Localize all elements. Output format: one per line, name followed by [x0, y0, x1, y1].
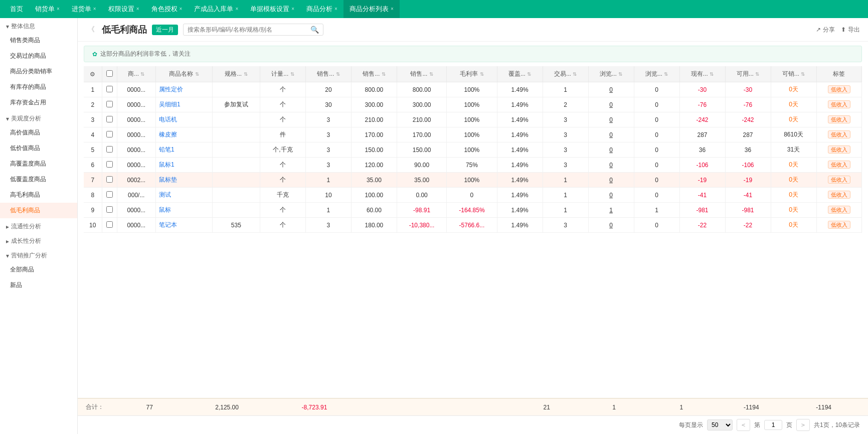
th-coverage[interactable]: 覆盖... ⇅ — [497, 66, 543, 82]
sidebar-item-traded-goods[interactable]: 交易过的商品 — [0, 48, 77, 64]
sidebar-group-circulation[interactable]: ▸ 流通性分析 — [0, 218, 77, 233]
th-settings[interactable]: ⚙ — [84, 66, 102, 82]
th-tag[interactable]: 标签 — [816, 66, 862, 82]
cell-browse1[interactable]: 0 — [588, 142, 634, 158]
th-code[interactable]: 商... ⇅ — [117, 66, 156, 82]
nav-template-settings[interactable]: 单据模板设置 × — [244, 0, 300, 18]
th-sellable[interactable]: 可销... ⇅ — [771, 66, 816, 82]
cell-name[interactable]: 吴细细1 — [156, 97, 213, 112]
search-icon[interactable]: 🔍 — [310, 26, 319, 34]
sidebar-item-new-goods[interactable]: 新品 — [0, 277, 77, 293]
cell-name[interactable]: 鼠标垫 — [156, 173, 213, 188]
cell-browse1[interactable]: 1 — [588, 203, 634, 218]
row-checkbox[interactable] — [106, 206, 113, 213]
close-icon[interactable]: × — [235, 0, 238, 18]
per-page-select[interactable]: 50 20 100 — [707, 419, 733, 430]
row-checkbox[interactable] — [106, 86, 113, 92]
cell-name[interactable]: 测试 — [156, 188, 213, 203]
cell-checkbox[interactable] — [102, 97, 117, 112]
cell-name[interactable]: 鼠标1 — [156, 158, 213, 173]
sidebar-item-stock-funds[interactable]: 库存资金占用 — [0, 95, 77, 110]
sidebar-group-overall[interactable]: ▾ 整体信息 — [0, 18, 77, 33]
close-icon[interactable]: × — [180, 0, 183, 18]
nav-goods-analysis-list[interactable]: 商品分析列表 × — [343, 0, 400, 18]
th-unit[interactable]: 计量... ⇅ — [260, 66, 305, 82]
row-checkbox[interactable] — [106, 176, 113, 183]
cell-checkbox[interactable] — [102, 142, 117, 158]
th-transactions[interactable]: 交易... ⇅ — [543, 66, 588, 82]
cell-checkbox[interactable] — [102, 218, 117, 233]
nav-sales[interactable]: 销货单 × — [29, 0, 66, 18]
nav-roles[interactable]: 角色授权 × — [145, 0, 189, 18]
cell-name[interactable]: 电话机 — [156, 112, 213, 127]
cell-browse1[interactable]: 0 — [588, 188, 634, 203]
cell-checkbox[interactable] — [102, 173, 117, 188]
close-icon[interactable]: × — [136, 0, 139, 18]
th-spec[interactable]: 规格... ⇅ — [212, 66, 260, 82]
th-gross-rate[interactable]: 毛利率 ⇅ — [447, 66, 497, 82]
nav-purchase[interactable]: 进货单 × — [66, 0, 102, 18]
cell-browse1[interactable]: 0 — [588, 97, 634, 112]
sidebar-item-stocked-goods[interactable]: 有库存的商品 — [0, 79, 77, 95]
row-checkbox[interactable] — [106, 131, 113, 137]
cell-browse1[interactable]: 0 — [588, 218, 634, 233]
cell-browse1[interactable]: 0 — [588, 173, 634, 188]
nav-product-entry[interactable]: 产成品入库单 × — [188, 0, 244, 18]
close-icon[interactable]: × — [57, 0, 60, 18]
th-available[interactable]: 可用... ⇅ — [725, 66, 771, 82]
cell-browse1[interactable]: 0 — [588, 158, 634, 173]
th-sales-qty[interactable]: 销售... ⇅ — [305, 66, 351, 82]
th-name[interactable]: 商品名称 ⇅ — [156, 66, 213, 82]
nav-home[interactable]: 首页 — [4, 0, 29, 18]
row-checkbox[interactable] — [106, 161, 113, 168]
nav-permissions[interactable]: 权限设置 × — [102, 0, 145, 18]
row-checkbox[interactable] — [106, 116, 113, 122]
cell-checkbox[interactable] — [102, 158, 117, 173]
cell-browse1[interactable]: 0 — [588, 82, 634, 97]
cell-name[interactable]: 笔记本 — [156, 218, 213, 233]
th-current-stock[interactable]: 现有... ⇅ — [679, 66, 725, 82]
time-filter-btn[interactable]: 近一月 — [152, 25, 178, 35]
sidebar-item-low-coverage[interactable]: 低覆盖度商品 — [0, 172, 77, 187]
close-icon[interactable]: × — [93, 0, 96, 18]
row-checkbox[interactable] — [106, 146, 113, 153]
th-checkbox[interactable] — [102, 66, 117, 82]
sidebar-group-growth[interactable]: ▸ 成长性分析 — [0, 233, 77, 247]
cell-browse1[interactable]: 0 — [588, 127, 634, 142]
row-checkbox[interactable] — [106, 101, 113, 107]
sidebar-collapse-btn[interactable]: 《 — [86, 23, 97, 36]
sidebar-item-high-margin[interactable]: 高毛利商品 — [0, 187, 77, 203]
close-icon[interactable]: × — [391, 0, 394, 18]
cell-checkbox[interactable] — [102, 112, 117, 127]
export-btn[interactable]: ⬆ 导出 — [841, 26, 860, 34]
th-browse1[interactable]: 浏览... ⇅ — [588, 66, 634, 82]
share-btn[interactable]: ↗ 分享 — [816, 26, 835, 34]
nav-goods-analysis[interactable]: 商品分析 × — [300, 0, 343, 18]
sidebar-item-high-value[interactable]: 高价值商品 — [0, 125, 77, 140]
row-checkbox[interactable] — [106, 191, 113, 198]
sidebar-item-low-margin[interactable]: 低毛利商品 — [0, 203, 77, 218]
cell-browse1[interactable]: 0 — [588, 112, 634, 127]
sidebar-item-category-rate[interactable]: 商品分类助销率 — [0, 64, 77, 79]
close-icon[interactable]: × — [291, 0, 294, 18]
cell-checkbox[interactable] — [102, 127, 117, 142]
next-page-btn[interactable]: ＞ — [796, 419, 810, 431]
cell-name[interactable]: 鼠标 — [156, 203, 213, 218]
sidebar-item-all-goods[interactable]: 全部商品 — [0, 262, 77, 277]
close-icon[interactable]: × — [334, 0, 337, 18]
select-all-checkbox[interactable] — [106, 70, 113, 77]
cell-name[interactable]: 铅笔1 — [156, 142, 213, 158]
sidebar-group-beauty[interactable]: ▾ 美观度分析 — [0, 110, 77, 125]
search-input[interactable] — [188, 26, 307, 33]
th-sales-amount[interactable]: 销售... ⇅ — [351, 66, 397, 82]
cell-checkbox[interactable] — [102, 82, 117, 97]
sidebar-item-sales-goods[interactable]: 销售类商品 — [0, 33, 77, 48]
sidebar-item-high-coverage[interactable]: 高覆盖度商品 — [0, 156, 77, 172]
cell-checkbox[interactable] — [102, 203, 117, 218]
cell-name[interactable]: 橡皮擦 — [156, 127, 213, 142]
sidebar-group-marketing[interactable]: ▾ 营销推广分析 — [0, 247, 77, 262]
prev-page-btn[interactable]: ＜ — [737, 419, 750, 431]
th-sales-profit[interactable]: 销售... ⇅ — [397, 66, 446, 82]
cell-checkbox[interactable] — [102, 188, 117, 203]
th-browse2[interactable]: 浏览... ⇅ — [634, 66, 679, 82]
